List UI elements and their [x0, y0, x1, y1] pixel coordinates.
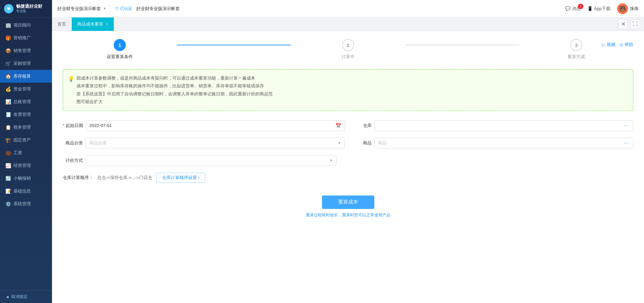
goods-input[interactable]: 商品 ···: [374, 138, 634, 148]
notice-line-1: 因成本计算参数调整，或是对商品成本有疑问时，可以通过成本重算功能，重新计算一遍成…: [76, 74, 628, 82]
goods-label: 商品: [352, 140, 372, 146]
finance-icon: 💰: [5, 86, 11, 92]
tab-home[interactable]: 首页: [52, 17, 72, 31]
sidebar-item-marketing[interactable]: 🎁 营销推广: [0, 32, 52, 44]
pricing-chevron-icon: ▼: [330, 159, 333, 162]
warehouse-input[interactable]: ···: [374, 120, 634, 131]
app-subtitle: 专业版: [16, 9, 42, 13]
sidebar-footer-label: 取消固定: [11, 294, 28, 300]
tab-recalculate[interactable]: 商品成本重算 ×: [72, 17, 114, 31]
pricing-select[interactable]: ▼: [86, 155, 336, 166]
shield-icon: 🛡: [115, 6, 119, 11]
account-chevron-icon: ▼: [103, 7, 106, 10]
avatar: 🐻: [617, 3, 628, 14]
step-3-label: 重算完成: [568, 54, 585, 60]
steps-help: ▷ 视频 ⊙ 帮助: [602, 42, 633, 48]
sidebar-item-expense[interactable]: 🔄 小畅报销: [0, 172, 52, 185]
recalculate-label: 重算成本: [338, 199, 358, 205]
start-date-label: 起始日期: [63, 123, 83, 129]
category-placeholder: 商品分类: [89, 140, 107, 146]
start-date-input[interactable]: 2022-07-01 📅: [86, 120, 345, 131]
tab-home-label: 首页: [57, 21, 66, 27]
notice-line-2: 成本重算过程中，影响库存账的操作均不能操作，比如进货单、销货单、库存单据不能审核…: [76, 82, 628, 90]
sidebar-item-sales[interactable]: 📦 销售管理: [0, 44, 52, 57]
warehouse-order-row: 仓库计算顺序： 总仓->深圳仓库->...->门店仓 仓库计算顺序设置 ›: [63, 173, 633, 183]
step-1-number: 1: [118, 42, 121, 48]
step-line-2: [405, 45, 519, 45]
goods-placeholder: 商品: [378, 140, 387, 146]
assets-icon: 🏗️: [5, 137, 11, 143]
calendar-icon[interactable]: 📅: [335, 123, 341, 128]
step-1-label: 设置重算条件: [107, 54, 133, 60]
step-2: 2 计算中: [291, 39, 405, 60]
help-button[interactable]: ⊙ 帮助: [620, 42, 633, 48]
step-3-number: 3: [575, 42, 578, 48]
sidebar-item-basic[interactable]: 📝 基础信息: [0, 185, 52, 198]
goods-dots-icon[interactable]: ···: [623, 140, 630, 146]
form-row-1: 起始日期 2022-07-01 📅 仓库 ···: [63, 120, 633, 131]
tab-close-icon[interactable]: ×: [106, 22, 108, 27]
sidebar-header: 畅 畅捷通好业财 专业版: [0, 0, 52, 17]
help-video-button[interactable]: ▷ 视频: [602, 42, 615, 48]
accounting-icon: 📊: [5, 99, 11, 104]
sidebar-item-label-inventory: 库存核算: [13, 73, 31, 79]
warehouse-group: 仓库 ···: [352, 120, 634, 131]
form-row-3: 计价方式 ▼: [63, 155, 633, 166]
company-name: 好业财专业版演示帐套: [136, 6, 180, 12]
user-area[interactable]: 🐻 珠珠: [617, 3, 639, 14]
step-3-circle: 3: [570, 39, 582, 51]
sidebar-item-label-tax: 税务管理: [13, 124, 31, 130]
tax-icon: 📋: [5, 125, 11, 130]
pricing-label: 计价方式: [63, 158, 83, 164]
topbar-actions: 💬 消息 1 📱 App下载 🐻 珠珠: [565, 3, 639, 14]
basic-icon: 📝: [5, 188, 11, 194]
step-1: 1 设置重算条件: [63, 39, 177, 60]
sidebar-item-inventory[interactable]: 🏠 库存核算: [0, 70, 52, 83]
warehouse-order-btn-label: 仓库计算顺序设置: [162, 175, 197, 181]
steps-indicator: 1 设置重算条件 2 计算中 3 重算完成 ▷ 视频 ⊙ 帮助: [63, 39, 633, 60]
sidebar-item-label-salary: 工资: [13, 150, 22, 156]
recalculate-button[interactable]: 重算成本: [322, 196, 374, 209]
sidebar-item-project[interactable]: 🏢 项目顾问: [0, 19, 52, 32]
step-2-number: 2: [346, 42, 349, 48]
start-date-group: 起始日期 2022-07-01 📅: [63, 120, 345, 131]
verified-badge: 🛡 已认证: [115, 6, 132, 11]
phone-icon: 📱: [587, 6, 593, 11]
app-download-label: App下载: [594, 6, 610, 12]
submit-area: 重算成本 重算过程耗时较长，重算时您可以正常使用产品: [63, 192, 633, 221]
category-group: 商品分类 商品分类 ▼: [63, 138, 345, 148]
message-icon: 💬: [565, 6, 571, 11]
sidebar-footer[interactable]: ◄ 取消固定: [0, 290, 52, 303]
sidebar-item-label-invoice: 发票管理: [13, 112, 31, 118]
close-window-button[interactable]: ✕: [619, 19, 628, 29]
warehouse-label: 仓库: [352, 123, 372, 129]
tab-actions: ✕ ⛶: [619, 19, 644, 29]
expense-icon: 🔄: [5, 176, 11, 181]
warehouse-order-settings-button[interactable]: 仓库计算顺序设置 ›: [156, 173, 205, 183]
sidebar-item-purchase[interactable]: 🛒 采购管理: [0, 57, 52, 70]
notice-line-4: 围可能会扩大: [76, 98, 628, 105]
sidebar-item-tax[interactable]: 📋 税务管理: [0, 121, 52, 134]
warehouse-dots-icon[interactable]: ···: [623, 123, 630, 129]
warehouse-order-label: 仓库计算顺序：: [63, 175, 93, 181]
category-select[interactable]: 商品分类 ▼: [86, 138, 345, 148]
sidebar-item-accounting[interactable]: 📊 总账管理: [0, 95, 52, 108]
warehouse-order-value: 总仓->深圳仓库->...->门店仓: [97, 175, 152, 181]
sidebar-item-assets[interactable]: 🏗️ 固定资产: [0, 134, 52, 146]
sidebar-item-label-marketing: 营销推广: [13, 35, 31, 41]
marketing-icon: 🎁: [5, 35, 11, 41]
account-selector[interactable]: 好业财专业版演示帐套 ▼: [57, 6, 106, 12]
messages-button[interactable]: 💬 消息 1: [565, 6, 581, 12]
sidebar-item-invoice[interactable]: 🧾 发票管理: [0, 108, 52, 121]
sidebar-item-operations[interactable]: 📈 经营管理: [0, 159, 52, 172]
sidebar-item-label-finance: 资金管理: [13, 86, 31, 92]
sidebar-item-salary[interactable]: 💼 工资: [0, 146, 52, 159]
sidebar-item-system[interactable]: ⚙️ 系统管理: [0, 198, 52, 210]
sidebar-item-finance[interactable]: 💰 资金管理: [0, 83, 52, 95]
expand-window-button[interactable]: ⛶: [631, 19, 640, 29]
username: 珠珠: [630, 6, 639, 12]
recalculate-tip: 重算过程耗时较长，重算时您可以正常使用产品: [63, 212, 633, 218]
app-download-button[interactable]: 📱 App下载: [587, 6, 610, 12]
sidebar-item-label-expense: 小畅报销: [13, 175, 31, 181]
account-name: 好业财专业版演示帐套: [57, 6, 101, 12]
